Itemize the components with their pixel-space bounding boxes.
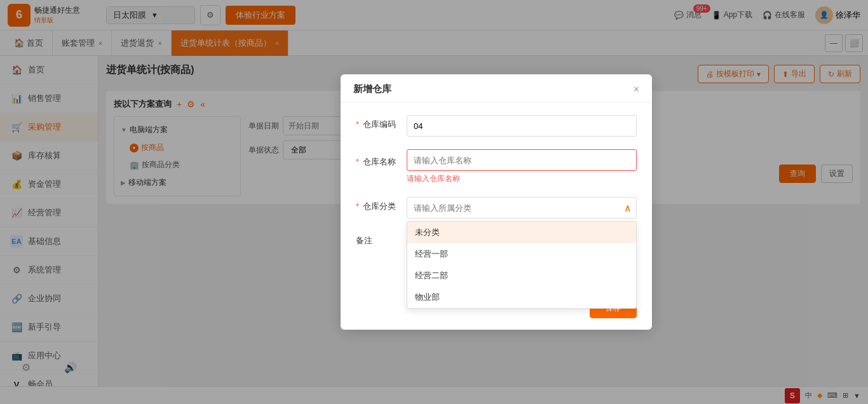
dialog-close-button[interactable]: × xyxy=(634,84,639,95)
category-input[interactable] xyxy=(407,197,637,219)
category-toggle-icon[interactable]: ∧ xyxy=(624,202,632,214)
warehouse-category-field: * 仓库分类 ∧ 未分类 经营一部 经营二部 物业部 xyxy=(356,197,637,219)
warehouse-code-field: * 仓库编码 xyxy=(356,115,637,137)
code-input[interactable] xyxy=(407,115,637,137)
category-required-star: * xyxy=(356,201,359,211)
dialog-header: 新增仓库 × xyxy=(341,74,652,102)
name-required-star: * xyxy=(356,157,359,166)
dropdown-item-uncategorized[interactable]: 未分类 xyxy=(407,222,636,243)
name-label: * 仓库名称 xyxy=(356,152,407,168)
dialog-title: 新增仓库 xyxy=(353,83,391,95)
dropdown-item-property[interactable]: 物业部 xyxy=(407,286,636,308)
category-input-wrap: ∧ 未分类 经营一部 经营二部 物业部 xyxy=(407,197,637,219)
name-error-msg: 请输入仓库名称 xyxy=(407,173,460,184)
name-input[interactable] xyxy=(407,149,637,171)
warehouse-name-field: * 仓库名称 请输入仓库名称 xyxy=(356,149,637,184)
new-warehouse-dialog: 新增仓库 × * 仓库编码 * 仓库名称 请输入仓库名称 xyxy=(341,74,652,330)
code-label: * 仓库编码 xyxy=(356,115,407,130)
dialog-body: * 仓库编码 * 仓库名称 请输入仓库名称 * 仓库分类 xyxy=(341,102,652,292)
category-dropdown: 未分类 经营一部 经营二部 物业部 xyxy=(407,221,637,309)
dropdown-item-dept1[interactable]: 经营一部 xyxy=(407,243,636,265)
note-label: 备注 xyxy=(356,231,407,246)
dropdown-item-dept2[interactable]: 经营二部 xyxy=(407,265,636,286)
required-star: * xyxy=(356,119,359,129)
category-label: * 仓库分类 xyxy=(356,197,407,212)
